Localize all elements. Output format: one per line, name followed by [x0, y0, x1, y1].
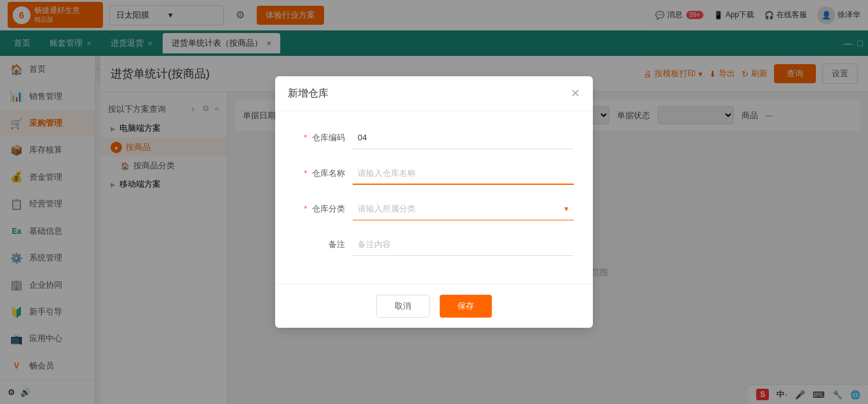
- modal-overlay[interactable]: 新增仓库 ✕ * 仓库编码 * 仓库名称: [0, 0, 868, 404]
- cancel-button[interactable]: 取消: [376, 295, 430, 318]
- notes-input[interactable]: [353, 233, 574, 256]
- notes-label: 备注: [294, 239, 345, 250]
- form-row-name: * 仓库名称: [294, 162, 574, 185]
- form-row-code: * 仓库编码: [294, 126, 574, 149]
- modal-header: 新增仓库 ✕: [275, 76, 593, 111]
- code-label: * 仓库编码: [294, 132, 345, 144]
- save-button[interactable]: 保存: [440, 295, 492, 318]
- form-row-category: * 仓库分类 请输入所属分类 ▾: [294, 198, 574, 220]
- modal-footer: 取消 保存: [275, 284, 593, 328]
- name-label: * 仓库名称: [294, 168, 345, 179]
- category-placeholder: 请输入所属分类: [358, 203, 416, 215]
- warehouse-modal: 新增仓库 ✕ * 仓库编码 * 仓库名称: [275, 76, 593, 328]
- modal-body: * 仓库编码 * 仓库名称 * 仓库分类 请输入所属: [275, 111, 593, 284]
- form-row-notes: 备注: [294, 233, 574, 256]
- category-select[interactable]: 请输入所属分类 ▾: [353, 198, 574, 220]
- name-input[interactable]: [353, 162, 574, 185]
- modal-title: 新增仓库: [288, 87, 329, 100]
- close-icon[interactable]: ✕: [571, 86, 580, 100]
- category-label: * 仓库分类: [294, 203, 345, 215]
- code-input[interactable]: [353, 126, 574, 149]
- chevron-down-icon: ▾: [564, 204, 569, 213]
